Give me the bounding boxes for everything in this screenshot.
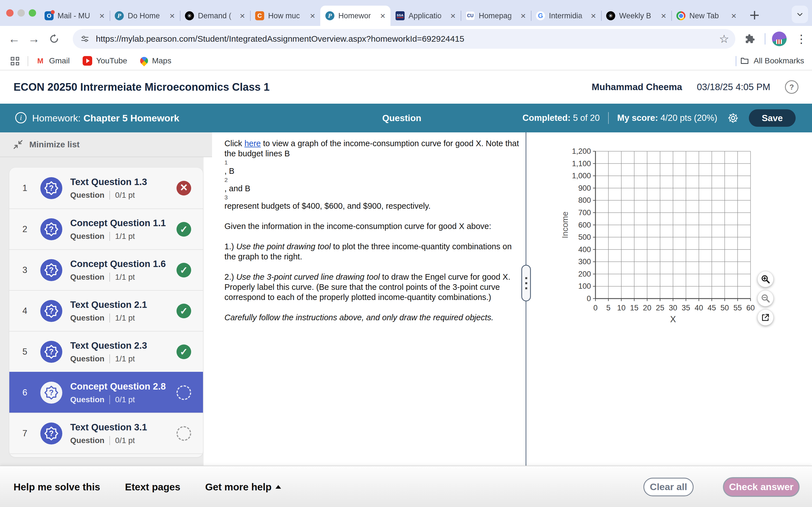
tab-title: Applicatio — [409, 11, 448, 20]
tab-close-icon[interactable]: × — [729, 11, 739, 21]
clear-all-button[interactable]: Clear all — [644, 478, 694, 496]
question-list-item[interactable]: 5 ? Text Question 2.3 Question1/1 pt — [9, 331, 203, 372]
browser-tab[interactable]: New Tab × — [671, 6, 742, 26]
svg-text:X: X — [670, 314, 676, 324]
income-graph[interactable]: 0510152025303540455055600100200300400500… — [558, 135, 778, 332]
correct-icon — [176, 222, 191, 237]
chrome-favicon — [676, 11, 686, 20]
question-list-item[interactable]: 3 ? Concept Question 1.6 Question1/1 pt — [9, 249, 203, 290]
info-icon[interactable]: i — [15, 112, 27, 123]
open-graph-external-button[interactable] — [757, 309, 774, 326]
close-window-button[interactable] — [6, 9, 13, 17]
question-text: Click here to view a graph of the income… — [224, 138, 524, 333]
question-title: Concept Question 2.8 — [70, 381, 176, 392]
tab-close-icon[interactable]: × — [97, 11, 107, 21]
google-favicon — [536, 11, 545, 20]
browser-tab[interactable]: Intermidia × — [531, 6, 601, 26]
help-me-solve-this-button[interactable]: Help me solve this — [13, 482, 100, 493]
question-number: 6 — [9, 388, 40, 398]
here-link[interactable]: here — [245, 139, 261, 148]
etext-pages-button[interactable]: Etext pages — [125, 482, 180, 493]
tab-close-icon[interactable]: × — [659, 11, 668, 21]
browser-tab[interactable]: Demand ( × — [180, 6, 250, 26]
question-points: 1/1 pt — [115, 354, 135, 363]
tab-title: How muc — [268, 11, 308, 20]
browser-tab[interactable]: Weekly B × — [601, 6, 671, 26]
question-list-item[interactable]: 6 ? Concept Question 2.8 Question0/1 pt — [9, 372, 203, 413]
assignment-title: Homework:Chapter 5 Homework — [32, 113, 179, 124]
browser-tab[interactable]: Applicatio × — [391, 6, 461, 26]
question-list-item[interactable]: 4 ? Text Question 2.1 Question1/1 pt — [9, 290, 203, 331]
bookmark-item[interactable]: Gmail — [36, 56, 70, 66]
bookmark-item[interactable]: YouTube — [83, 56, 127, 66]
fullscreen-window-button[interactable] — [29, 9, 36, 17]
bookmark-label: Maps — [152, 56, 171, 65]
browser-tab[interactable]: Mail - MU × — [40, 6, 110, 26]
reload-button[interactable] — [45, 26, 63, 52]
browser-tab[interactable]: Do Home × — [110, 6, 180, 26]
tab-close-icon[interactable]: × — [518, 11, 528, 21]
tab-close-icon[interactable]: × — [238, 11, 247, 21]
course-header: ECON 20250 Intrermeiate Microeconomics C… — [0, 70, 812, 104]
tab-close-icon[interactable]: × — [308, 11, 317, 21]
get-more-help-button[interactable]: Get more help — [205, 482, 281, 493]
bookmark-star-icon[interactable]: ☆ — [719, 33, 729, 45]
outlook-favicon — [45, 11, 54, 20]
bookmark-label: Gmail — [49, 56, 70, 65]
question-number: 7 — [9, 429, 40, 439]
question-type-label: Question — [70, 354, 104, 363]
correct-icon — [176, 344, 191, 359]
svg-text:?: ? — [49, 307, 54, 315]
content-area: Minimize list 1 ? Text Question 1.3 Ques… — [0, 132, 812, 466]
question-list-item[interactable]: 2 ? Concept Question 1.1 Question1/1 pt — [9, 209, 203, 249]
back-button[interactable]: ← — [5, 26, 23, 52]
question-list-scrollbar[interactable] — [204, 157, 212, 466]
question-list-item[interactable]: 7 ? Text Question 3.1 Question0/1 pt — [9, 413, 203, 453]
site-settings-icon[interactable] — [80, 34, 90, 44]
tab-overflow-chevron-icon[interactable] — [792, 6, 808, 23]
save-button[interactable]: Save — [749, 109, 796, 127]
browser-menu-icon[interactable]: ⋮ — [795, 31, 808, 47]
zoom-in-button[interactable] — [757, 271, 774, 287]
pearson-favicon — [325, 11, 335, 20]
browser-tab[interactable]: Homewor × — [320, 6, 391, 26]
svg-text:400: 400 — [578, 245, 591, 254]
url-text[interactable]: https://mylab.pearson.com/Student/Integr… — [96, 34, 735, 44]
question-points: 0/1 pt — [115, 395, 135, 404]
tab-close-icon[interactable]: × — [448, 11, 458, 21]
question-points: 0/1 pt — [115, 436, 135, 445]
svg-text:800: 800 — [578, 196, 591, 205]
bookmark-item[interactable]: Maps — [140, 56, 171, 65]
svg-text:5: 5 — [606, 304, 610, 312]
all-bookmarks-button[interactable]: All Bookmarks — [740, 52, 804, 70]
divider-drag-handle[interactable] — [521, 265, 531, 301]
extensions-icon[interactable] — [743, 32, 757, 46]
help-icon[interactable]: ? — [785, 80, 799, 94]
question-title: Text Question 2.3 — [70, 340, 176, 351]
zoom-out-button[interactable] — [757, 290, 774, 306]
tab-title: Intermidia — [549, 11, 589, 20]
tab-close-icon[interactable]: × — [589, 11, 598, 21]
tab-close-icon[interactable]: × — [378, 11, 388, 21]
question-number: 2 — [9, 224, 40, 234]
gmail-favicon — [36, 56, 45, 66]
new-tab-button[interactable] — [747, 7, 762, 23]
check-answer-button[interactable]: Check answer — [723, 477, 800, 497]
minimize-window-button[interactable] — [17, 9, 25, 17]
minimize-list-button[interactable]: Minimize list — [0, 132, 212, 157]
browser-tab[interactable]: Homepag × — [461, 6, 531, 26]
apps-grid-icon[interactable] — [11, 57, 19, 65]
course-title: ECON 20250 Intrermeiate Microeconomics C… — [13, 81, 269, 93]
profile-avatar[interactable] — [772, 32, 786, 46]
question-badge-icon: ? — [40, 341, 62, 363]
question-list-item[interactable]: 1 ? Text Question 1.3 Question0/1 pt — [9, 168, 203, 209]
question-number: 1 — [9, 183, 40, 193]
tab-close-icon[interactable]: × — [167, 11, 177, 21]
assignment-bar: i Homework:Chapter 5 Homework Question C… — [0, 104, 812, 132]
forward-button[interactable]: → — [25, 26, 43, 52]
browser-tab[interactable]: How muc × — [250, 6, 320, 26]
svg-text:100: 100 — [578, 282, 591, 290]
all-bookmarks-label: All Bookmarks — [754, 56, 804, 65]
address-bar[interactable]: https://mylab.pearson.com/Student/Integr… — [73, 29, 735, 49]
settings-gear-icon[interactable] — [726, 111, 741, 125]
